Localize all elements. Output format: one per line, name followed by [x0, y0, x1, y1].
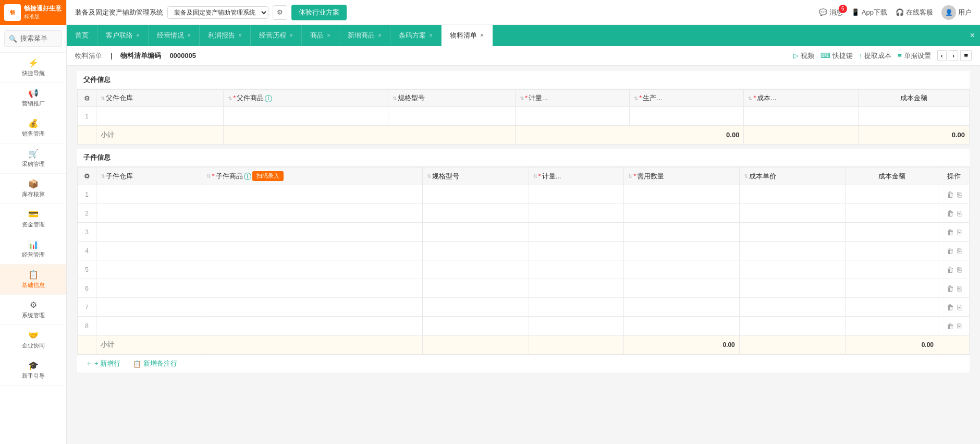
tab-close-5[interactable]: ×: [327, 32, 330, 39]
sidebar-item-资金管理[interactable]: 💳 资金管理: [0, 204, 66, 234]
child-row-8-warehouse[interactable]: [96, 317, 202, 335]
shortcut-action[interactable]: ⌨ 快捷键: [820, 51, 853, 61]
sidebar-item-采购管理[interactable]: 🛒 采购管理: [0, 143, 66, 174]
next-button[interactable]: ›: [949, 50, 958, 61]
child-row-3-product[interactable]: [202, 223, 423, 242]
child-row-3-spec[interactable]: [423, 223, 529, 242]
child-row-1-warehouse[interactable]: [96, 185, 202, 204]
child-row-7-qty[interactable]: [624, 298, 740, 317]
child-row-4-product[interactable]: [202, 242, 423, 260]
sidebar-item-基础信息[interactable]: 📋 基础信息: [0, 265, 66, 295]
sidebar-item-库存核算[interactable]: 📦 库存核算: [0, 174, 66, 204]
child-row-4-warehouse[interactable]: [96, 242, 202, 260]
child-row-2-warehouse[interactable]: [96, 204, 202, 223]
sidebar-item-经营管理[interactable]: 📊 经营管理: [0, 234, 66, 265]
child-product-info-icon[interactable]: i: [244, 173, 251, 180]
delete-row-5-icon[interactable]: 🗑: [947, 266, 954, 274]
search-menu-button[interactable]: 🔍 搜索菜单: [4, 30, 62, 47]
child-row-3-measure[interactable]: [529, 223, 624, 242]
close-all-tabs-button[interactable]: ×: [965, 31, 980, 40]
child-row-5-qty[interactable]: [624, 260, 740, 279]
child-row-4-measure[interactable]: [529, 242, 624, 260]
child-row-7-product[interactable]: [202, 298, 423, 317]
app-download-button[interactable]: 📱 App下载: [851, 8, 887, 17]
video-action[interactable]: ▷ 视频: [793, 51, 814, 61]
parent-row-1-produce[interactable]: [630, 107, 744, 126]
child-row-7-spec[interactable]: [423, 298, 529, 317]
list-view-button[interactable]: ≡: [960, 50, 972, 61]
add-note-row-button[interactable]: 📋 新增备注行: [133, 359, 177, 368]
delete-row-7-icon[interactable]: 🗑: [947, 303, 954, 311]
copy-row-1-icon[interactable]: ⎘: [957, 190, 961, 199]
copy-row-4-icon[interactable]: ⎘: [957, 247, 961, 255]
child-row-2-product[interactable]: [202, 204, 423, 223]
child-row-2-qty[interactable]: [624, 204, 740, 223]
single-settings-action[interactable]: ≡ 单据设置: [898, 51, 931, 61]
add-row-button[interactable]: ＋ + 新增行: [85, 359, 120, 368]
user-menu[interactable]: 👤 用户: [941, 5, 972, 20]
child-row-3-unit-cost[interactable]: [739, 223, 845, 242]
child-row-8-product[interactable]: [202, 317, 423, 335]
child-row-4-qty[interactable]: [624, 242, 740, 260]
copy-row-3-icon[interactable]: ⎘: [957, 228, 961, 236]
delete-row-6-icon[interactable]: 🗑: [947, 284, 954, 293]
child-row-2-spec[interactable]: [423, 204, 529, 223]
nav-tab-8[interactable]: 物料清单×: [442, 25, 493, 46]
tab-close-2[interactable]: ×: [187, 32, 191, 39]
child-row-6-qty[interactable]: [624, 279, 740, 298]
nav-tab-3[interactable]: 利润报告×: [200, 25, 251, 46]
delete-row-3-icon[interactable]: 🗑: [947, 228, 954, 236]
online-service-button[interactable]: 🎧 在线客服: [896, 8, 933, 17]
child-row-2-measure[interactable]: [529, 204, 624, 223]
child-row-6-spec[interactable]: [423, 279, 529, 298]
nav-tab-0[interactable]: 首页: [67, 25, 97, 46]
parent-row-1-product[interactable]: [224, 107, 388, 126]
breadcrumb-parent[interactable]: 物料清单: [75, 51, 102, 61]
nav-tab-1[interactable]: 客户联络×: [97, 25, 149, 46]
sidebar-item-企业协同[interactable]: 🤝 企业协同: [0, 325, 66, 355]
parent-row-1-warehouse[interactable]: [96, 107, 224, 126]
child-row-4-unit-cost[interactable]: [739, 242, 845, 260]
child-row-5-warehouse[interactable]: [96, 260, 202, 279]
tab-close-8[interactable]: ×: [480, 32, 484, 39]
tab-close-1[interactable]: ×: [136, 32, 140, 39]
child-row-7-unit-cost[interactable]: [739, 298, 845, 317]
child-row-7-measure[interactable]: [529, 298, 624, 317]
tab-close-4[interactable]: ×: [289, 32, 293, 39]
delete-row-8-icon[interactable]: 🗑: [947, 322, 954, 330]
child-row-5-unit-cost[interactable]: [739, 260, 845, 279]
child-row-6-unit-cost[interactable]: [739, 279, 845, 298]
parent-product-info-icon[interactable]: i: [265, 95, 272, 102]
nav-tab-5[interactable]: 商品×: [302, 25, 339, 46]
tab-close-6[interactable]: ×: [378, 32, 382, 39]
sidebar-item-销售管理[interactable]: 💰 销售管理: [0, 113, 66, 143]
child-row-5-measure[interactable]: [529, 260, 624, 279]
child-row-2-unit-cost[interactable]: [739, 204, 845, 223]
child-row-8-measure[interactable]: [529, 317, 624, 335]
delete-row-4-icon[interactable]: 🗑: [947, 247, 954, 255]
extract-cost-action[interactable]: ↑ 提取成本: [859, 51, 892, 61]
child-row-3-warehouse[interactable]: [96, 223, 202, 242]
child-row-6-product[interactable]: [202, 279, 423, 298]
child-row-1-qty[interactable]: [624, 185, 740, 204]
child-row-1-product[interactable]: [202, 185, 423, 204]
message-button[interactable]: 💬 消息 6: [819, 8, 843, 17]
copy-row-2-icon[interactable]: ⎘: [957, 209, 961, 218]
child-row-1-spec[interactable]: [423, 185, 529, 204]
child-row-8-unit-cost[interactable]: [739, 317, 845, 335]
delete-row-1-icon[interactable]: 🗑: [947, 190, 954, 199]
sidebar-item-新手引导[interactable]: 🎓 新手引导: [0, 355, 66, 386]
child-row-8-spec[interactable]: [423, 317, 529, 335]
nav-tab-2[interactable]: 经营情况×: [149, 25, 200, 46]
parent-row-1-measure[interactable]: [516, 107, 630, 126]
child-row-6-warehouse[interactable]: [96, 279, 202, 298]
child-row-4-spec[interactable]: [423, 242, 529, 260]
child-row-8-qty[interactable]: [624, 317, 740, 335]
child-row-3-qty[interactable]: [624, 223, 740, 242]
copy-row-7-icon[interactable]: ⎘: [957, 303, 961, 311]
child-row-5-spec[interactable]: [423, 260, 529, 279]
nav-tab-6[interactable]: 新增商品×: [339, 25, 390, 46]
delete-row-2-icon[interactable]: 🗑: [947, 209, 954, 218]
child-row-7-warehouse[interactable]: [96, 298, 202, 317]
nav-tab-4[interactable]: 经营历程×: [251, 25, 302, 46]
